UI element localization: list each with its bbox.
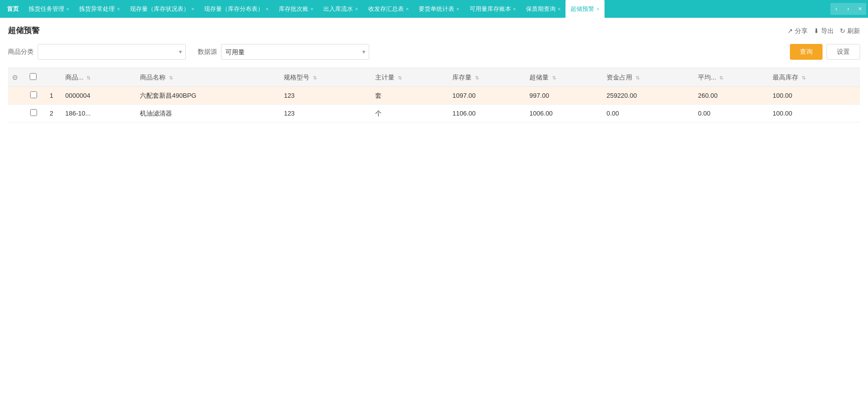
category-select-wrapper: ▾ bbox=[38, 44, 186, 60]
row-unit: 个 bbox=[371, 105, 448, 122]
row-product-name: 六配套新昌490BPG bbox=[136, 87, 280, 105]
sort-spec-icon: ⇅ bbox=[313, 75, 317, 80]
refresh-button[interactable]: ↻ 刷新 bbox=[840, 27, 860, 36]
sort-overstock-qty-icon: ⇅ bbox=[552, 75, 556, 80]
datasource-select[interactable]: 可用量 库存量 bbox=[221, 44, 369, 60]
sort-product-code-icon: ⇅ bbox=[87, 75, 90, 80]
row-spec: 123 bbox=[280, 105, 371, 122]
row-num: 1 bbox=[42, 87, 61, 105]
close-inventory-dist[interactable]: × bbox=[265, 6, 268, 12]
category-label: 商品分类 bbox=[8, 47, 34, 56]
main-content: 超储预警 ↗ 分享 ⬇ 导出 ↻ 刷新 商品分类 ▾ bbox=[0, 18, 868, 395]
table-row[interactable]: 1 0000004 六配套新昌490BPG 123 套 1097.00 997.… bbox=[8, 87, 860, 105]
close-collect-summary[interactable]: × bbox=[406, 6, 409, 12]
nav-inventory-status[interactable]: 现存量（库存状况表） × bbox=[125, 0, 199, 18]
close-overstock-warning[interactable]: × bbox=[596, 6, 599, 12]
nav-pick-exception[interactable]: 拣货异常处理 × bbox=[74, 0, 125, 18]
close-pick-exception[interactable]: × bbox=[117, 6, 120, 12]
row-avg-price: 260.00 bbox=[694, 87, 769, 105]
row-capital-used: 259220.00 bbox=[603, 87, 694, 105]
row-max-stock: 100.00 bbox=[769, 105, 860, 122]
select-all-checkbox[interactable] bbox=[30, 73, 37, 80]
nav-prev-button[interactable]: ‹ bbox=[830, 3, 842, 15]
header-actions: ↗ 分享 ⬇ 导出 ↻ 刷新 bbox=[787, 27, 860, 36]
row-avg-price: 0.00 bbox=[694, 105, 769, 122]
row-num: 2 bbox=[42, 105, 61, 122]
col-rownum bbox=[42, 68, 61, 87]
datasource-label: 数据源 bbox=[198, 47, 217, 56]
nav-batch-account[interactable]: 库存批次账 × bbox=[274, 0, 318, 18]
filter-row: 商品分类 ▾ 数据源 可用量 库存量 ▾ 查询 设置 bbox=[8, 44, 860, 60]
share-icon: ↗ bbox=[787, 27, 793, 35]
col-product-code[interactable]: 商品... ⇅ bbox=[61, 68, 136, 87]
category-filter-group: 商品分类 ▾ bbox=[8, 44, 186, 60]
col-setting[interactable]: ⚙ bbox=[8, 68, 26, 87]
setting-button[interactable]: 设置 bbox=[826, 44, 860, 60]
col-spec[interactable]: 规格型号 ⇅ bbox=[280, 68, 371, 87]
close-batch-account[interactable]: × bbox=[310, 6, 313, 12]
row-product-name: 机油滤清器 bbox=[136, 105, 280, 122]
settings-icon[interactable]: ⚙ bbox=[12, 74, 18, 81]
col-capital-used[interactable]: 资金占用 ⇅ bbox=[603, 68, 694, 87]
col-checkbox-all[interactable] bbox=[26, 68, 42, 87]
nav-pick-task[interactable]: 拣货任务管理 × bbox=[24, 0, 74, 18]
row-unit: 套 bbox=[371, 87, 448, 105]
row-overstock-qty: 997.00 bbox=[525, 87, 603, 105]
close-inventory-status[interactable]: × bbox=[191, 6, 194, 12]
close-order-stats[interactable]: × bbox=[456, 6, 459, 12]
row-spec: 123 bbox=[280, 87, 371, 105]
sort-unit-icon: ⇅ bbox=[398, 75, 402, 80]
nav-home[interactable]: 首页 bbox=[2, 0, 24, 18]
datasource-filter-group: 数据源 可用量 库存量 ▾ bbox=[198, 44, 369, 60]
nav-inout-flow[interactable]: 出入库流水 × bbox=[318, 0, 363, 18]
category-select[interactable] bbox=[38, 44, 186, 60]
row-gear-cell bbox=[8, 105, 26, 122]
sort-capital-used-icon: ⇅ bbox=[636, 75, 640, 80]
col-product-name[interactable]: 商品名称 ⇅ bbox=[136, 68, 280, 87]
query-button[interactable]: 查询 bbox=[790, 44, 823, 60]
data-table: ⚙ 商品... ⇅ 商品名称 ⇅ 规格型号 ⇅ bbox=[8, 68, 860, 122]
close-available-account[interactable]: × bbox=[513, 6, 516, 12]
col-stock-qty[interactable]: 库存量 ⇅ bbox=[448, 68, 525, 87]
export-button[interactable]: ⬇ 导出 bbox=[814, 27, 834, 36]
table-row[interactable]: 2 186-10... 机油滤清器 123 个 1106.00 1006.00 … bbox=[8, 105, 860, 122]
nav-close-all-button[interactable]: × bbox=[854, 3, 866, 15]
page-title: 超储预警 bbox=[8, 26, 40, 36]
sort-stock-qty-icon: ⇅ bbox=[475, 75, 479, 80]
nav-order-stats[interactable]: 要货单统计表 × bbox=[414, 0, 464, 18]
datasource-select-wrapper: 可用量 库存量 ▾ bbox=[221, 44, 369, 60]
sort-product-name-icon: ⇅ bbox=[169, 75, 173, 80]
share-button[interactable]: ↗ 分享 bbox=[787, 27, 808, 36]
sort-avg-price-icon: ⇅ bbox=[719, 75, 723, 80]
row-checkbox-0[interactable] bbox=[30, 91, 37, 98]
sort-max-stock-icon: ⇅ bbox=[802, 75, 806, 80]
nav-available-account[interactable]: 可用量库存账本 × bbox=[465, 0, 521, 18]
nav-collect-summary[interactable]: 收发存汇总表 × bbox=[363, 0, 414, 18]
row-gear-cell bbox=[8, 87, 26, 105]
col-unit[interactable]: 主计量 ⇅ bbox=[371, 68, 448, 87]
row-product-code: 0000004 bbox=[61, 87, 136, 105]
close-pick-task[interactable]: × bbox=[66, 6, 69, 12]
top-nav: 首页 拣货任务管理 × 拣货异常处理 × 现存量（库存状况表） × 现存量（库存… bbox=[0, 0, 868, 18]
nav-inventory-dist[interactable]: 现存量（库存分布表） × bbox=[199, 0, 273, 18]
row-overstock-qty: 1006.00 bbox=[525, 105, 603, 122]
row-product-code: 186-10... bbox=[61, 105, 136, 122]
nav-next-button[interactable]: › bbox=[842, 3, 854, 15]
nav-overstock-warning[interactable]: 超储预警 × bbox=[565, 0, 604, 18]
col-avg-price[interactable]: 平均... ⇅ bbox=[694, 68, 769, 87]
col-max-stock[interactable]: 最高库存 ⇅ bbox=[769, 68, 860, 87]
table-header: ⚙ 商品... ⇅ 商品名称 ⇅ 规格型号 ⇅ bbox=[8, 68, 860, 87]
refresh-icon: ↻ bbox=[840, 27, 845, 35]
table-body: 1 0000004 六配套新昌490BPG 123 套 1097.00 997.… bbox=[8, 87, 860, 122]
row-checkbox-cell[interactable] bbox=[26, 87, 42, 105]
row-stock-qty: 1106.00 bbox=[448, 105, 525, 122]
nav-expiry-query[interactable]: 保质期查询 × bbox=[521, 0, 565, 18]
col-overstock-qty[interactable]: 超储量 ⇅ bbox=[525, 68, 603, 87]
row-checkbox-cell[interactable] bbox=[26, 105, 42, 122]
row-max-stock: 100.00 bbox=[769, 87, 860, 105]
close-expiry-query[interactable]: × bbox=[558, 6, 561, 12]
row-checkbox-1[interactable] bbox=[30, 109, 37, 116]
close-inout-flow[interactable]: × bbox=[355, 6, 358, 12]
page-header: 超储预警 ↗ 分享 ⬇ 导出 ↻ 刷新 bbox=[8, 26, 860, 36]
nav-arrows: ‹ › × bbox=[830, 3, 866, 15]
